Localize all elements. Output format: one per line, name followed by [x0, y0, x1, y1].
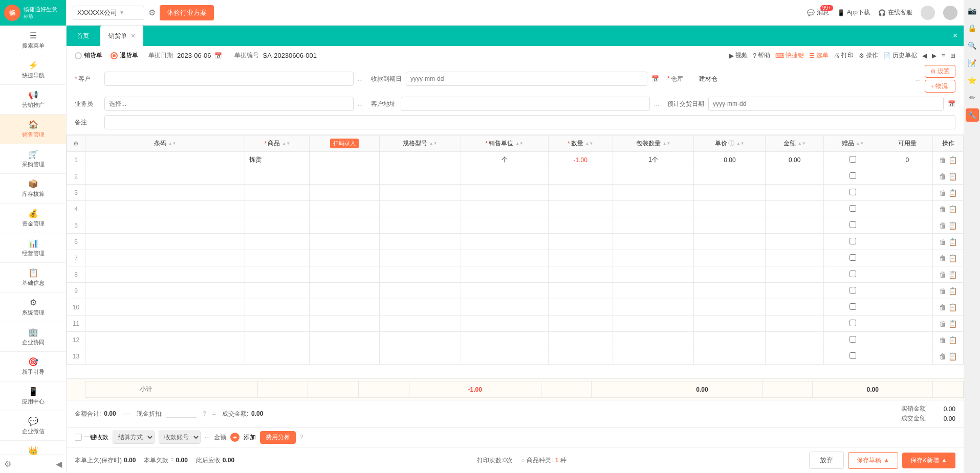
remarks-input[interactable]	[104, 115, 955, 129]
qty-sort-icon[interactable]: ▲▼	[585, 141, 594, 146]
gift-checkbox-5[interactable]	[850, 221, 856, 228]
barcode-input-12[interactable]	[90, 336, 241, 344]
cell-gift-2[interactable]	[824, 168, 882, 185]
cell-price-13[interactable]	[694, 348, 766, 365]
cell-pkg-qty-3[interactable]	[613, 185, 694, 201]
account-dots[interactable]: ···	[205, 434, 210, 441]
pkg-sort-icon[interactable]: ▲▼	[663, 141, 671, 146]
gift-checkbox-4[interactable]	[850, 205, 856, 212]
cell-spec-1[interactable]	[379, 152, 461, 168]
delete-icon-3[interactable]: 🗑	[939, 189, 946, 197]
cell-gift-12[interactable]	[824, 332, 882, 348]
cell-goods-11[interactable]	[245, 316, 310, 332]
print-btn[interactable]: 🖨 打印	[834, 51, 854, 60]
delete-icon-5[interactable]: 🗑	[939, 221, 946, 230]
sidebar-item-marketing[interactable]: 📢 营销推广	[0, 85, 66, 115]
delivery-date-input[interactable]	[708, 97, 944, 111]
amount-sort-icon[interactable]: ▲▼	[798, 141, 806, 146]
radio-sales[interactable]: 销货单	[75, 51, 102, 60]
gift-checkbox-13[interactable]	[850, 352, 856, 359]
cell-unit-10[interactable]	[461, 299, 548, 316]
cell-unit-4[interactable]	[461, 201, 548, 217]
cell-qty-6[interactable]	[548, 234, 613, 250]
cell-goods-3[interactable]	[245, 185, 310, 201]
column-config-icon[interactable]: ⚙	[73, 140, 79, 147]
copy-icon-5[interactable]: 📋	[948, 221, 957, 230]
tab-close-right-icon[interactable]: ×	[953, 31, 957, 40]
gift-checkbox-9[interactable]	[850, 287, 856, 294]
cell-price-4[interactable]	[694, 201, 766, 217]
cell-price-1[interactable]: 0.00	[694, 152, 766, 168]
cell-goods-8[interactable]	[245, 266, 310, 283]
sidebar-item-wechat[interactable]: 💬 企业微信	[0, 411, 66, 441]
overdue-question-icon[interactable]: ?	[170, 457, 173, 463]
barcode-input-10[interactable]	[90, 304, 241, 311]
cell-qty-4[interactable]	[548, 201, 613, 217]
cell-price-8[interactable]	[694, 266, 766, 283]
cell-gift-4[interactable]	[824, 201, 882, 217]
rp-note-icon[interactable]: 📝	[966, 56, 979, 70]
gift-sort-icon[interactable]: ▲▼	[856, 141, 864, 146]
cell-price-6[interactable]	[694, 234, 766, 250]
cell-barcode-5[interactable]	[85, 217, 245, 234]
cell-unit-7[interactable]	[461, 250, 548, 266]
delete-icon-8[interactable]: 🗑	[939, 271, 946, 279]
cell-qty-1[interactable]: -1.00	[548, 152, 613, 168]
barcode-input-13[interactable]	[90, 353, 241, 360]
delete-icon-10[interactable]: 🗑	[939, 303, 946, 311]
save-new-btn[interactable]: 保存&新增 ▲	[902, 453, 955, 468]
cell-spec-4[interactable]	[379, 201, 461, 217]
quick-pay-checkbox[interactable]: 一键收款	[75, 433, 108, 442]
cell-pkg-qty-6[interactable]	[613, 234, 694, 250]
sidebar-item-search[interactable]: ☰ 搜索菜单	[0, 26, 66, 55]
cell-pkg-qty-10[interactable]	[613, 299, 694, 316]
delete-icon-6[interactable]: 🗑	[939, 238, 946, 246]
quick-pay-checkbox-box[interactable]	[75, 434, 82, 441]
cell-barcode-10[interactable]	[85, 299, 245, 316]
gift-checkbox-2[interactable]	[850, 172, 856, 179]
calc-method-select[interactable]: 结算方式	[113, 431, 155, 444]
goods-type-radio-icon[interactable]: ○	[521, 457, 525, 464]
sidebar-item-operation[interactable]: 📊 经营管理	[0, 233, 66, 263]
tab-home[interactable]: 首页	[67, 26, 99, 46]
cell-spec-6[interactable]	[379, 234, 461, 250]
barcode-input-8[interactable]	[90, 271, 241, 278]
prev-record-btn[interactable]: ◀	[922, 52, 927, 59]
trial-btn[interactable]: 体验行业方案	[160, 5, 214, 20]
cell-amount-7[interactable]	[766, 250, 824, 266]
settings-btn[interactable]: ⚙ 设置	[925, 65, 955, 78]
spec-sort-icon[interactable]: ▲▼	[429, 141, 438, 146]
radio-return[interactable]: 退货单	[111, 51, 138, 60]
cell-barcode-13[interactable]	[85, 348, 245, 365]
cell-unit-9[interactable]	[461, 283, 548, 299]
cell-gift-13[interactable]	[824, 348, 882, 365]
gift-checkbox-6[interactable]	[850, 238, 856, 244]
unit-sort-icon[interactable]: ▲▼	[515, 141, 524, 146]
next-record-btn[interactable]: ▶	[932, 52, 937, 59]
settings-gear-icon[interactable]: ⚙	[148, 8, 156, 17]
cell-goods-6[interactable]	[245, 234, 310, 250]
cell-amount-3[interactable]	[766, 185, 824, 201]
sidebar-collapse-icon[interactable]: ◀	[56, 459, 62, 469]
cell-pkg-qty-8[interactable]	[613, 266, 694, 283]
list-view-btn[interactable]: ≡	[942, 52, 945, 59]
cell-pkg-qty-4[interactable]	[613, 201, 694, 217]
choose-btn[interactable]: ☰ 选单	[809, 51, 829, 60]
cell-gift-7[interactable]	[824, 250, 882, 266]
cell-spec-3[interactable]	[379, 185, 461, 201]
barcode-input-3[interactable]	[90, 189, 241, 196]
cell-spec-12[interactable]	[379, 332, 461, 348]
cell-price-7[interactable]	[694, 250, 766, 266]
cell-unit-3[interactable]	[461, 185, 548, 201]
cell-amount-6[interactable]	[766, 234, 824, 250]
copy-icon-11[interactable]: 📋	[948, 320, 957, 328]
cell-barcode-6[interactable]	[85, 234, 245, 250]
cell-barcode-12[interactable]	[85, 332, 245, 348]
payment-due-calendar-icon[interactable]: 📅	[651, 75, 659, 82]
cell-price-9[interactable]	[694, 283, 766, 299]
cell-unit-5[interactable]	[461, 217, 548, 234]
cell-pkg-qty-11[interactable]	[613, 316, 694, 332]
cell-pkg-qty-5[interactable]	[613, 217, 694, 234]
delete-icon-12[interactable]: 🗑	[939, 336, 946, 344]
barcode-input-2[interactable]	[90, 173, 241, 180]
